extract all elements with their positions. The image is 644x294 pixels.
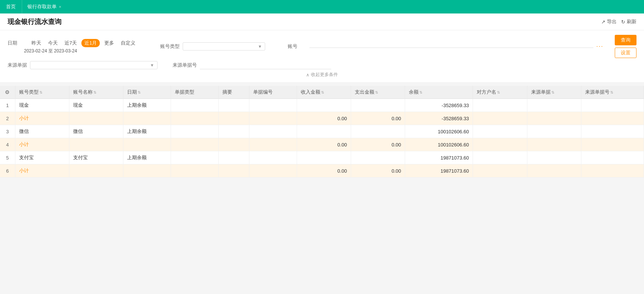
export-icon: ↗ [601,19,605,25]
table-cell-counterpart [473,99,527,112]
table-cell-doc_no [249,164,297,178]
table-cell-source_doc [527,151,581,164]
col-header-counterpart[interactable]: 对方户名⇅ [473,86,527,99]
table-cell-account_type: 支付宝 [15,151,69,164]
nav-tab-银行存取款单[interactable]: 银行存取款单× [22,0,76,13]
table-cell-account_type: 小计 [15,112,69,125]
col-header-source_doc_no[interactable]: 来源单据号⇅ [581,86,644,99]
refresh-button[interactable]: ↻ 刷新 [621,18,636,25]
col-header-account_name[interactable]: 账号名称⇅ [69,86,123,99]
page-header: 现金银行流水查询 ↗ 导出 ↻ 刷新 [0,13,644,30]
date-option-近1月[interactable]: 近1月 [81,39,100,47]
date-option-昨天[interactable]: 昨天 [29,39,44,47]
collapse-bar[interactable]: ∧ 收起更多条件 [8,69,636,78]
source-doc-select[interactable]: ▼ [30,61,158,69]
col-header-summary: 摘要 [218,86,249,99]
data-table: ⚙账号类型⇅账号名称⇅日期⇅单据类型摘要单据编号收入金额⇅支出金额⇅余额⇅对方户… [0,86,644,178]
more-dots-icon[interactable]: ··· [596,43,603,50]
table-cell-doc_type [171,151,219,164]
source-doc-no-input[interactable] [200,61,331,69]
refresh-icon: ↻ [621,19,625,25]
source-doc-field: 来源单据 ▼ [8,61,158,69]
col-header-income[interactable]: 收入金额⇅ [297,86,351,99]
table-cell-source_doc_no [581,151,644,164]
table-cell-account_type: 微信 [15,125,69,138]
table-cell-source_doc [527,112,581,125]
date-option-今天[interactable]: 今天 [46,39,60,47]
col-header-expense[interactable]: 支出金额⇅ [351,86,405,99]
table-container: ⚙账号类型⇅账号名称⇅日期⇅单据类型摘要单据编号收入金额⇅支出金额⇅余额⇅对方户… [0,86,644,178]
tab-close-icon[interactable]: × [59,4,61,9]
table-cell-gear: 4 [0,138,15,151]
table-cell-balance: 19871073.60 [405,164,473,178]
table-cell-source_doc_no [581,112,644,125]
table-cell-balance: 100102606.60 [405,125,473,138]
account-label: 账号 [288,43,306,50]
date-option-自定义[interactable]: 自定义 [119,39,138,47]
table-cell-account_name: 微信 [69,125,123,138]
col-header-gear: ⚙ [0,86,15,99]
table-cell-doc_no [249,138,297,151]
export-button[interactable]: ↗ 导出 [601,18,617,25]
table-cell-summary [218,125,249,138]
table-cell-doc_no [249,151,297,164]
query-button[interactable]: 查询 [615,35,636,45]
date-label: 日期 [8,40,26,46]
col-header-date[interactable]: 日期⇅ [123,86,171,99]
date-range: 2023-02-24 至 2023-03-24 [24,48,77,54]
table-cell-date [123,138,171,151]
table-cell-gear: 2 [0,112,15,125]
table-cell-doc_type [171,125,219,138]
sort-icon: ⇅ [39,90,42,94]
collapse-arrow-icon: ∧ [306,72,309,78]
table-cell-counterpart [473,164,527,178]
nav-home[interactable]: 首页 [0,0,22,13]
sort-icon: ⇅ [138,90,141,94]
collapse-label: 收起更多条件 [311,72,338,78]
table-cell-source_doc_no [581,138,644,151]
date-option-近7天[interactable]: 近7天 [62,39,79,47]
source-doc-no-field: 来源单据号 [173,61,331,69]
table-cell-income [297,125,351,138]
account-input[interactable] [309,45,593,48]
table-cell-balance: 19871073.60 [405,151,473,164]
table-cell-source_doc [527,164,581,178]
table-row: 1现金现金上期余额-3528659.33 [0,99,644,112]
sort-icon: ⇅ [551,90,554,94]
table-cell-expense: 0.00 [351,112,405,125]
table-cell-gear: 5 [0,151,15,164]
account-type-arrow-icon: ▼ [258,44,262,49]
table-cell-source_doc_no [581,99,644,112]
sort-icon: ⇅ [321,90,324,94]
nav-tabs: 收款单×付款单×其他收入单×应收应付调整单×银行存取款单×预收冲应收单×收款核销… [22,0,76,13]
table-cell-gear: 6 [0,164,15,178]
account-type-label: 账号类型 [160,43,180,50]
table-cell-source_doc [527,99,581,112]
col-header-balance[interactable]: 余额⇅ [405,86,473,99]
export-label: 导出 [607,18,617,25]
gear-settings-icon[interactable]: ⚙ [5,89,10,95]
table-cell-gear: 1 [0,99,15,112]
table-cell-account_type: 现金 [15,99,69,112]
table-cell-income [297,99,351,112]
table-cell-date: 上期余额 [123,151,171,164]
table-cell-gear: 3 [0,125,15,138]
col-header-account_type[interactable]: 账号类型⇅ [15,86,69,99]
table-header: ⚙账号类型⇅账号名称⇅日期⇅单据类型摘要单据编号收入金额⇅支出金额⇅余额⇅对方户… [0,86,644,99]
sort-icon: ⇅ [375,90,378,94]
date-option-更多[interactable]: 更多 [102,39,116,47]
table-cell-counterpart [473,138,527,151]
table-row: 6小计0.000.0019871073.60 [0,164,644,178]
table-cell-balance: -3528659.33 [405,99,473,112]
settings-button[interactable]: 设置 [615,48,636,58]
table-row: 5支付宝支付宝上期余额19871073.60 [0,151,644,164]
table-cell-doc_no [249,99,297,112]
col-header-source_doc[interactable]: 来源单据⇅ [527,86,581,99]
table-cell-income: 0.00 [297,138,351,151]
account-type-select[interactable]: ▼ [183,42,265,51]
table-cell-account_name [69,112,123,125]
table-cell-expense [351,99,405,112]
table-cell-date: 上期余额 [123,125,171,138]
table-cell-doc_type [171,112,219,125]
table-cell-summary [218,164,249,178]
